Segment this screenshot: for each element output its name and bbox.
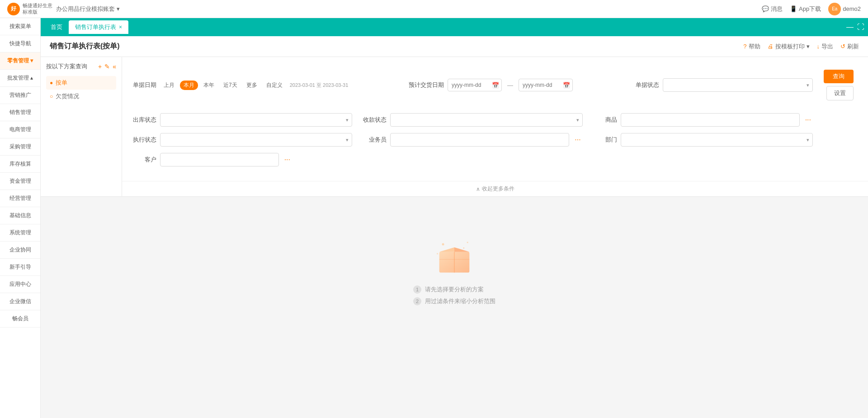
date-tabs: 上月 本月 本年 近7天 更多 自定义	[160, 81, 286, 90]
expected-date-end-wrap: 📅	[519, 79, 573, 91]
filter-main-wrapper: 单据日期 上月 本月 本年 近7天 更多 自定义	[122, 57, 868, 196]
sidebar-item-search-menu[interactable]: 搜索菜单	[0, 18, 40, 35]
sidebar-item-ecommerce[interactable]: 电商管理	[0, 121, 40, 138]
goods-dots-button[interactable]: ···	[803, 116, 813, 124]
refresh-button[interactable]: ↺ 刷新	[840, 43, 859, 51]
date-tab-last-month[interactable]: 上月	[160, 81, 178, 90]
dept-group: 部门	[590, 133, 813, 147]
app-download-button[interactable]: 📱 App下载	[790, 5, 821, 13]
help-button[interactable]: ? 帮助	[743, 43, 760, 51]
customer-input[interactable]	[160, 153, 279, 166]
empty-tip-2: 2 用过滤条件来缩小分析范围	[413, 297, 495, 305]
date-tab-this-year[interactable]: 本年	[200, 81, 218, 90]
collapse-button[interactable]: ∧ 收起更多条件	[476, 185, 514, 193]
date-tab-7days[interactable]: 近7天	[220, 81, 241, 90]
svg-point-5	[442, 243, 444, 246]
collapse-up-icon: ∧	[476, 186, 480, 192]
sidebar-item-enterprise[interactable]: 企业协同	[0, 242, 40, 259]
page-header: 销售订单执行表(按单) ? 帮助 🖨 按模板打印 ▾ ↓	[41, 36, 868, 57]
svg-marker-1	[439, 247, 454, 252]
empty-tip-1: 1 请先选择要分析的方案	[413, 285, 495, 294]
settings-button[interactable]: 设置	[826, 86, 854, 100]
date-filter-group: 单据日期 上月 本月 本年 近7天 更多 自定义	[129, 81, 401, 90]
filter-plan-item-by-order[interactable]: ● 按单	[46, 76, 116, 90]
top-bar-left: 好 畅捷通好生意 标准版 办公用品行业模拟账套 ▾	[7, 3, 120, 15]
customer-group: 客户 ···	[129, 153, 292, 166]
goods-input[interactable]	[621, 113, 800, 127]
chevron-down-icon: ▾	[117, 5, 120, 12]
download-icon: 📱	[790, 5, 797, 12]
payment-status-group: 收款状态	[359, 113, 582, 127]
sidebar-item-inventory[interactable]: 库存核算	[0, 156, 40, 173]
salesperson-input[interactable]	[390, 133, 569, 147]
minimize-icon[interactable]: —	[846, 23, 854, 31]
doc-status-select[interactable]	[663, 78, 813, 92]
date-range-display: 2023-03-01 至 2023-03-31	[290, 82, 349, 89]
sidebar-item-finance[interactable]: 资金管理	[0, 173, 40, 190]
filter-plan-item-shortage[interactable]: ○ 欠货情况	[46, 90, 116, 103]
goods-group: 商品 ···	[590, 113, 813, 127]
message-icon: 💬	[762, 5, 769, 12]
filter-row-1: 单据日期 上月 本月 本年 近7天 更多 自定义	[129, 63, 861, 107]
filter-row-4: 客户 ···	[129, 153, 861, 166]
salesperson-dots-button[interactable]: ···	[573, 136, 582, 144]
calendar-start-icon: 📅	[492, 82, 499, 89]
filter-sidebar-icons: + ✎ «	[98, 63, 116, 70]
date-tab-custom[interactable]: 自定义	[263, 81, 286, 90]
sidebar-item-retail-mgmt[interactable]: 零售管理 ▾	[0, 52, 40, 70]
out-status-select-wrapper	[160, 113, 352, 127]
svg-marker-2	[454, 247, 469, 252]
doc-status-group: 单据状态	[632, 78, 813, 92]
sidebar-item-app-center[interactable]: 应用中心	[0, 276, 40, 293]
tip-num-1: 1	[413, 285, 421, 294]
date-tab-more[interactable]: 更多	[243, 81, 261, 90]
expected-date-start-wrap: 📅	[448, 79, 502, 91]
sidebar-item-marketing[interactable]: 营销推广	[0, 87, 40, 104]
export-icon: ↓	[817, 43, 820, 50]
tab-sales-order-exec[interactable]: 销售订单执行表 ×	[69, 20, 128, 34]
sidebar-item-system[interactable]: 系统管理	[0, 224, 40, 242]
salesperson-group: 业务员 ···	[359, 133, 582, 147]
sidebar-item-guide[interactable]: 新手引导	[0, 259, 40, 276]
exec-status-select[interactable]	[160, 133, 352, 147]
print-button[interactable]: 🖨 按模板打印 ▾	[768, 43, 810, 51]
calendar-end-icon: 📅	[563, 82, 570, 89]
sidebar-item-wholesale-mgmt[interactable]: 批发管理 ▴	[0, 70, 40, 87]
expand-icon[interactable]: ⛶	[857, 23, 864, 31]
add-plan-icon[interactable]: +	[98, 63, 102, 70]
avatar: Ea	[828, 3, 841, 15]
sidebar-item-purchase[interactable]: 采购管理	[0, 138, 40, 156]
export-button[interactable]: ↓ 导出	[817, 43, 834, 51]
refresh-icon: ↺	[840, 43, 845, 50]
user-menu[interactable]: Ea demo2	[828, 3, 861, 15]
sidebar-item-wechat[interactable]: 企业微信	[0, 293, 40, 310]
out-status-group: 出库状态	[129, 113, 352, 127]
logo-text: 畅捷通好生意 标准版	[23, 3, 52, 14]
tip-num-2: 2	[413, 297, 421, 305]
payment-status-select[interactable]	[390, 113, 582, 127]
search-button[interactable]: 查询	[824, 70, 854, 83]
tab-close-icon[interactable]: ×	[119, 24, 122, 30]
sidebar-item-basic-info[interactable]: 基础信息	[0, 207, 40, 224]
out-status-select[interactable]	[160, 113, 352, 127]
empty-tips: 1 请先选择要分析的方案 2 用过滤条件来缩小分析范围	[413, 285, 495, 305]
main-layout: 搜索菜单 快捷导航 零售管理 ▾ 批发管理 ▴ 营销推广 销售管理 电商管理 采…	[0, 18, 868, 418]
sidebar-item-member[interactable]: 畅会员	[0, 310, 40, 328]
customer-dots-button[interactable]: ···	[283, 156, 292, 164]
doc-status-select-wrapper	[663, 78, 813, 92]
edit-plan-icon[interactable]: ✎	[104, 63, 110, 70]
date-tab-this-month[interactable]: 本月	[180, 81, 198, 90]
empty-state-icon	[432, 233, 477, 278]
message-button[interactable]: 💬 消息	[762, 5, 783, 13]
collapse-sidebar-icon[interactable]: «	[113, 63, 116, 70]
app-selector[interactable]: 办公用品行业模拟账套 ▾	[56, 5, 120, 13]
svg-point-8	[437, 253, 438, 254]
sidebar-item-operations[interactable]: 经营管理	[0, 190, 40, 207]
exec-status-group: 执行状态	[129, 133, 352, 147]
tab-home[interactable]: 首页	[44, 20, 69, 34]
dept-select[interactable]	[621, 133, 813, 147]
sidebar-item-sales-mgmt[interactable]: 销售管理	[0, 104, 40, 121]
sidebar-item-quick-nav[interactable]: 快捷导航	[0, 35, 40, 52]
print-chevron-icon: ▾	[807, 43, 810, 50]
logo-icon: 好	[7, 3, 20, 15]
